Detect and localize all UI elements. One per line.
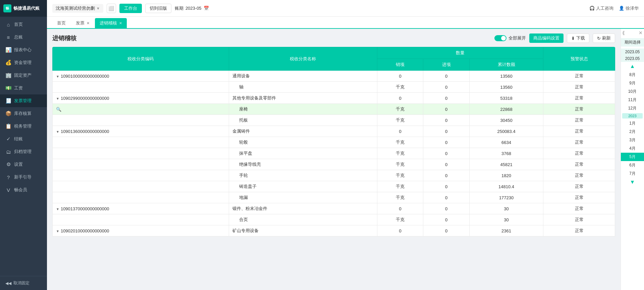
funds-icon: 💰: [5, 60, 11, 66]
cell-purchase: 0: [423, 192, 470, 203]
cell-code: [53, 148, 229, 159]
cell-unit: 千克: [377, 82, 423, 93]
period-month-8[interactable]: 8月: [621, 71, 644, 79]
sidebar-item-label: 库存核算: [14, 111, 32, 117]
period-month-7[interactable]: 7月: [621, 169, 644, 178]
period-month-5[interactable]: 5月: [621, 153, 644, 161]
cell-name: 地漏: [229, 192, 377, 203]
member-icon: V: [5, 187, 11, 193]
sidebar-item-inventory[interactable]: 📦 库存核算: [0, 107, 47, 120]
workbench-label: 工作台: [124, 6, 137, 11]
table-row: ▼10902010000000000000 矿山专用设备 0 0 2361 正常: [53, 225, 615, 236]
archive-icon: 🗂: [5, 149, 11, 155]
calendar-icon[interactable]: 📅: [204, 6, 209, 11]
period-down-btn[interactable]: ▼: [621, 178, 644, 187]
sidebar-item-home[interactable]: ⌂ 首页: [0, 18, 47, 31]
sidebar-item-guide[interactable]: ? 新手引导: [0, 171, 47, 184]
company-selector[interactable]: 沈海英测试经营勿删 ▼: [52, 4, 103, 13]
period-month-12[interactable]: 12月: [621, 104, 644, 113]
cell-unit: 千克: [377, 104, 423, 115]
cell-purchase: 0: [423, 71, 470, 82]
cell-purchase: 0: [423, 82, 470, 93]
workbench-button[interactable]: 工作台: [119, 4, 142, 13]
cell-status: 正常: [543, 225, 615, 236]
cell-purchase: 0: [423, 148, 470, 159]
tab-invoice[interactable]: 发票 ✕: [71, 18, 94, 28]
page-content: 进销稽核 全部展开 商品编码设置 ⬇ 下载 ↻ 刷新: [47, 29, 644, 290]
cell-total: 22868: [469, 104, 543, 115]
tab-home[interactable]: 首页: [52, 18, 70, 28]
cell-name: 绝缘导线壳: [229, 159, 377, 170]
sidebar-item-ledger[interactable]: ≡ 总账: [0, 31, 47, 44]
cell-code: [53, 82, 229, 93]
period-month-4[interactable]: 4月: [621, 144, 644, 153]
reconcile-table: 税收分类编码 税收分类名称 数量 预警状态 销项 进项 累计数额: [52, 47, 615, 236]
download-label: 下载: [576, 35, 585, 41]
cell-code: ▼10901370000000000000: [53, 203, 229, 214]
period-month-3[interactable]: 3月: [621, 136, 644, 144]
archive-btn[interactable]: ⬜: [107, 4, 116, 13]
cell-purchase: 0: [423, 159, 470, 170]
period-year-2023[interactable]: 2023: [622, 113, 643, 119]
service-label: 人工咨询: [596, 5, 613, 11]
cell-code: 🔍: [53, 104, 229, 115]
cell-status: 正常: [543, 214, 615, 225]
sidebar-item-member[interactable]: V 畅会员: [0, 184, 47, 196]
period-month-9[interactable]: 9月: [621, 79, 644, 87]
table-row: 轮毂 千克 0 6634 正常: [53, 137, 615, 148]
sidebar-footer-label: 取消固定: [13, 280, 30, 286]
content-area: 进销稽核 全部展开 商品编码设置 ⬇ 下载 ↻ 刷新: [47, 29, 621, 290]
service-btn[interactable]: 🎧 人工咨询: [589, 5, 613, 11]
cell-status: 正常: [543, 203, 615, 214]
tab-reconcile[interactable]: 进销稽核 ✕: [95, 18, 127, 28]
period-year-prev: 2023.05: [621, 49, 644, 55]
sidebar-item-invoice[interactable]: 🧾 发票管理: [0, 94, 47, 107]
period-expand-icon[interactable]: ⟪: [622, 30, 625, 35]
old-version-button[interactable]: 切到旧版: [145, 4, 171, 13]
cell-status: 正常: [543, 82, 615, 93]
period-close-icon[interactable]: ✕: [639, 30, 643, 35]
sidebar-item-tax[interactable]: 📋 税务管理: [0, 120, 47, 133]
cell-unit: 千克: [377, 192, 423, 203]
tab-invoice-label: 发票: [76, 20, 85, 26]
cell-purchase: 0: [423, 225, 470, 236]
headset-icon: 🎧: [589, 6, 595, 11]
user-btn[interactable]: 👤 徐泽华: [619, 5, 639, 11]
product-code-setting-button[interactable]: 商品编码设置: [529, 33, 564, 43]
sidebar-item-reports[interactable]: 📊 报表中心: [0, 44, 47, 56]
tab-reconcile-close-icon[interactable]: ✕: [119, 21, 122, 25]
period-up-btn[interactable]: ▲: [621, 62, 644, 71]
period-month-1[interactable]: 1月: [621, 119, 644, 128]
table-header-row: 税收分类编码 税收分类名称 数量 预警状态: [53, 47, 615, 59]
logo-icon: 畅: [3, 4, 11, 12]
expand-toggle[interactable]: [494, 35, 506, 41]
cell-code: [53, 214, 229, 225]
tab-invoice-close-icon[interactable]: ✕: [87, 21, 90, 25]
period-month-11[interactable]: 11月: [621, 96, 644, 104]
sidebar-item-checkout[interactable]: ✓ 结账: [0, 133, 47, 145]
th-qty-group: 数量: [377, 47, 543, 59]
pin-icon: ◀◀: [5, 281, 11, 286]
sidebar-item-funds[interactable]: 💰 资金管理: [0, 56, 47, 69]
period-month-10[interactable]: 10月: [621, 87, 644, 96]
tabs-bar: 首页 发票 ✕ 进销稽核 ✕: [47, 17, 644, 29]
cell-total: 45821: [469, 159, 543, 170]
download-button[interactable]: ⬇ 下载: [567, 33, 589, 43]
period-month-6[interactable]: 6月: [621, 161, 644, 169]
sidebar-item-payroll[interactable]: 💵 工资: [0, 82, 47, 94]
sidebar-item-label: 结账: [14, 136, 23, 142]
sidebar-footer-unpin[interactable]: ◀◀ 取消固定: [0, 276, 47, 290]
cell-code: [53, 137, 229, 148]
search-icon[interactable]: 🔍: [56, 107, 61, 112]
cell-code: [53, 170, 229, 181]
table-row: ▼10901360000000000000 金属铸件 0 0 250083.4 …: [53, 126, 615, 137]
cell-code: ▼10902010000000000000: [53, 225, 229, 236]
sidebar-item-settings[interactable]: ⚙ 设置: [0, 158, 47, 171]
cell-name: 合页: [229, 214, 377, 225]
period-month-2[interactable]: 2月: [621, 128, 644, 136]
table-row: 轴 千克 0 13560 正常: [53, 82, 615, 93]
cell-total: 3768: [469, 148, 543, 159]
refresh-button[interactable]: ↻ 刷新: [593, 33, 615, 43]
sidebar-item-archive[interactable]: 🗂 归档管理: [0, 145, 47, 158]
sidebar-item-assets[interactable]: 🏢 固定资产: [0, 69, 47, 82]
